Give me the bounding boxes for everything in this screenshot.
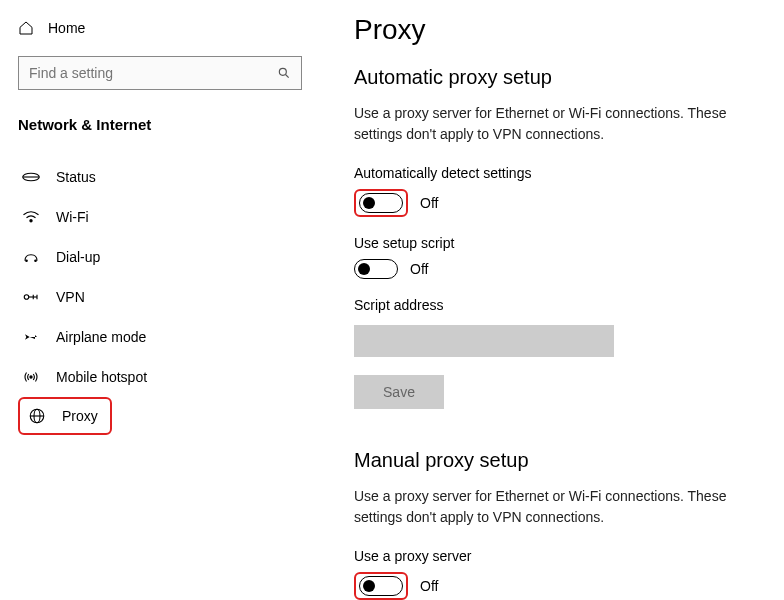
script-address-input[interactable] [354, 325, 614, 357]
search-input[interactable] [29, 65, 277, 81]
wifi-icon [22, 210, 40, 224]
sidebar-item-label: Proxy [62, 408, 98, 424]
svg-line-1 [286, 75, 289, 78]
auto-proxy-heading: Automatic proxy setup [354, 66, 764, 89]
use-proxy-state: Off [420, 578, 438, 594]
auto-detect-toggle[interactable] [359, 193, 403, 213]
setup-script-state: Off [410, 261, 428, 277]
nav-list: Status Wi-Fi Dial-up VPN [18, 157, 302, 435]
sidebar-item-dialup[interactable]: Dial-up [18, 237, 302, 277]
svg-point-8 [30, 376, 32, 378]
sidebar-item-label: Mobile hotspot [56, 369, 147, 385]
settings-sidebar: Home Network & Internet Status Wi-Fi [0, 0, 320, 600]
use-proxy-label: Use a proxy server [354, 548, 764, 564]
search-icon [277, 66, 291, 80]
home-link[interactable]: Home [18, 18, 302, 38]
sidebar-item-wifi[interactable]: Wi-Fi [18, 197, 302, 237]
sidebar-item-label: VPN [56, 289, 85, 305]
sidebar-item-airplane[interactable]: Airplane mode [18, 317, 302, 357]
highlight-use-proxy [354, 572, 408, 600]
vpn-icon [22, 290, 40, 304]
svg-point-4 [30, 220, 32, 222]
home-icon [18, 20, 34, 36]
highlight-auto-detect [354, 189, 408, 217]
svg-point-7 [24, 295, 29, 300]
status-icon [22, 170, 40, 184]
auto-proxy-desc: Use a proxy server for Ethernet or Wi-Fi… [354, 103, 764, 145]
sidebar-item-status[interactable]: Status [18, 157, 302, 197]
sidebar-item-hotspot[interactable]: Mobile hotspot [18, 357, 302, 397]
category-title: Network & Internet [18, 116, 302, 133]
sidebar-item-proxy[interactable]: Proxy [24, 399, 102, 433]
setup-script-toggle[interactable] [354, 259, 398, 279]
sidebar-item-label: Airplane mode [56, 329, 146, 345]
main-content: Proxy Automatic proxy setup Use a proxy … [320, 0, 784, 600]
page-title: Proxy [354, 14, 764, 46]
svg-point-6 [35, 260, 37, 262]
save-button[interactable]: Save [354, 375, 444, 409]
manual-proxy-desc: Use a proxy server for Ethernet or Wi-Fi… [354, 486, 764, 528]
sidebar-item-vpn[interactable]: VPN [18, 277, 302, 317]
search-input-container[interactable] [18, 56, 302, 90]
auto-detect-label: Automatically detect settings [354, 165, 764, 181]
globe-icon [28, 407, 46, 425]
airplane-icon [22, 329, 40, 345]
sidebar-item-label: Wi-Fi [56, 209, 89, 225]
setup-script-label: Use setup script [354, 235, 764, 251]
svg-point-5 [26, 260, 28, 262]
script-address-label: Script address [354, 297, 764, 313]
hotspot-icon [22, 369, 40, 385]
use-proxy-toggle[interactable] [359, 576, 403, 596]
auto-detect-state: Off [420, 195, 438, 211]
sidebar-item-label: Dial-up [56, 249, 100, 265]
svg-point-0 [279, 68, 286, 75]
sidebar-item-label: Status [56, 169, 96, 185]
home-label: Home [48, 20, 85, 36]
sidebar-item-proxy-wrapper: Proxy [18, 397, 302, 435]
dialup-icon [22, 250, 40, 264]
manual-proxy-heading: Manual proxy setup [354, 449, 764, 472]
